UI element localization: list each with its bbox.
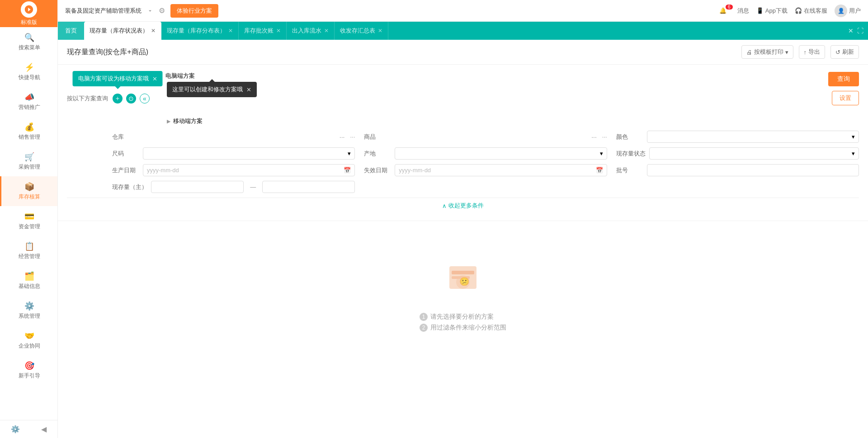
tab-close-icon[interactable]: ✕ (276, 28, 281, 34)
main-container: 装备及固定资产辅助管理系统 ⚙ 体验行业方案 🔔 6 消息 📱 App下载 🎧 … (58, 0, 868, 438)
calendar2-icon: 📅 (596, 167, 603, 174)
tab-close-icon[interactable]: ✕ (378, 28, 382, 34)
tab-close-icon[interactable]: ✕ (324, 28, 329, 34)
sidebar-item-inventory[interactable]: 📦 库存核算 (0, 176, 57, 206)
batch-field-row: 批号 (616, 164, 859, 176)
set-button[interactable]: 设置 (832, 91, 859, 105)
size-label: 尺码 (112, 150, 139, 158)
sidebar-item-basic[interactable]: 🗂️ 基础信息 (0, 266, 57, 296)
tab-inventory-status-label: 现存量（库存状况表） (90, 27, 148, 35)
produce-date-field-row: 生产日期 yyyy-mm-dd 📅 (112, 164, 355, 176)
add-scheme-button[interactable]: ＋ (113, 94, 123, 104)
header-dropdown[interactable] (147, 8, 153, 14)
sidebar-nav: 🔍 搜索菜单 ⚡ 快捷导航 📣 营销推广 💰 销售管理 🛒 采购管理 📦 库存核… (0, 27, 57, 420)
tab-collect[interactable]: 收发存汇总表 ✕ (335, 22, 388, 40)
tab-bar: 首页 现存量（库存状况表） ✕ 现存量（库存分布表） ✕ 库存批次账 ✕ 出入库… (58, 22, 868, 40)
sidebar-item-marketing[interactable]: 📣 营销推广 (0, 87, 57, 117)
sidebar-item-label: 搜索菜单 (19, 44, 40, 52)
sidebar-item-operation[interactable]: 📋 经营管理 (0, 236, 57, 266)
sidebar-item-purchase[interactable]: 🛒 采购管理 (0, 146, 57, 176)
sidebar-item-finance[interactable]: 💳 资金管理 (0, 206, 57, 236)
tooltip-create-scheme: 这里可以创建和修改方案哦 ✕ (167, 82, 257, 97)
header-settings-icon[interactable]: ⚙ (159, 6, 165, 15)
header-left: 装备及固定资产辅助管理系统 ⚙ 体验行业方案 (65, 4, 218, 18)
size-select[interactable]: ▾ (143, 147, 355, 160)
fields-section: 仓库 ··· ··· 商品 ··· ··· 颜色 (112, 131, 859, 193)
sidebar-item-guide[interactable]: 🎯 新手引导 (0, 355, 57, 385)
svg-rect-1 (452, 271, 474, 274)
refresh-label: 刷新 (842, 48, 854, 56)
produce-date-input[interactable]: yyyy-mm-dd 📅 (143, 164, 355, 176)
tab-home[interactable]: 首页 (58, 22, 84, 40)
batch-input[interactable] (647, 164, 859, 176)
color-label: 颜色 (616, 133, 643, 141)
stock-main-field-row: 现存量（主） — (112, 181, 355, 193)
notification-item[interactable]: 🔔 6 消息 (719, 7, 749, 15)
arrow-scheme-button[interactable]: « (140, 94, 150, 104)
expire-date-placeholder: yyyy-mm-dd (399, 167, 431, 174)
warehouse-input[interactable]: ··· (143, 133, 344, 141)
user-label: 用户 (849, 7, 861, 15)
refresh-button[interactable]: ↺ 刷新 (830, 45, 859, 59)
tab-batch[interactable]: 库存批次账 ✕ (239, 22, 287, 40)
collapse-row[interactable]: ∧ 收起更多条件 (67, 198, 859, 213)
finance-icon: 💳 (24, 212, 34, 221)
inventory-icon: 📦 (24, 182, 34, 192)
export-button[interactable]: ↑ 导出 (799, 45, 826, 59)
stock-status-chevron-icon: ▾ (852, 150, 855, 157)
origin-select[interactable]: ▾ (395, 147, 607, 160)
tooltip-above: 电脑方案可设为移动方案哦 ✕ (73, 71, 163, 86)
tab-close-all-icon[interactable]: ✕ (848, 27, 854, 34)
tab-inventory-dist[interactable]: 现存量（库存分布表） ✕ (161, 22, 239, 40)
goods-more-icon[interactable]: ··· (602, 133, 607, 140)
collapse-sidebar-icon[interactable]: ◀ (41, 425, 47, 433)
stock-main-from-input[interactable] (151, 181, 244, 193)
phone-icon: 📱 (756, 7, 764, 14)
copy-scheme-button[interactable]: ⊙ (126, 94, 136, 104)
sidebar-item-quick[interactable]: ⚡ 快捷导航 (0, 57, 57, 87)
mobile-scheme-item[interactable]: ▶ 移动端方案 (167, 117, 257, 125)
sidebar-item-collab[interactable]: 🤝 企业协同 (0, 325, 57, 355)
tab-flow[interactable]: 出入库流水 ✕ (287, 22, 335, 40)
template-print-button[interactable]: 🖨 按模板打印 ▾ (741, 45, 793, 59)
goods-input[interactable]: ··· (395, 133, 596, 141)
color-select[interactable]: ▾ (647, 131, 859, 143)
warehouse-more-icon[interactable]: ··· (350, 133, 355, 140)
tooltip-close-icon[interactable]: ✕ (152, 75, 157, 82)
sidebar-item-search[interactable]: 🔍 搜索菜单 (0, 27, 57, 57)
filter-actions: 查询 设置 (828, 72, 859, 105)
tab-home-label: 首页 (65, 27, 77, 35)
page-title: 现存量查询(按仓库+商品) (67, 47, 148, 57)
industry-plan-button[interactable]: 体验行业方案 (170, 4, 218, 18)
headset-icon: 🎧 (795, 7, 802, 14)
expire-date-input[interactable]: yyyy-mm-dd 📅 (395, 164, 607, 176)
sidebar-item-label: 库存核算 (19, 193, 40, 201)
tab-close-icon[interactable]: ✕ (228, 28, 233, 34)
refresh-icon: ↺ (835, 49, 840, 56)
warehouse-label: 仓库 (112, 133, 139, 141)
tooltip-desktop-scheme: 电脑方案可设为移动方案哦 ✕ (73, 71, 163, 86)
app-download-item[interactable]: 📱 App下载 (756, 7, 788, 15)
stock-main-to-input[interactable] (262, 181, 355, 193)
tree-arrow-mobile-icon: ▶ (167, 118, 170, 124)
stock-status-label: 现存量状态 (616, 150, 646, 158)
stock-status-select[interactable]: ▾ (649, 147, 859, 160)
settings-bottom-icon[interactable]: ⚙️ (11, 425, 20, 433)
sidebar-item-label: 采购管理 (19, 163, 40, 171)
tooltip-create-close[interactable]: ✕ (246, 86, 251, 93)
tab-close-icon[interactable]: ✕ (151, 28, 156, 34)
tab-fullscreen-icon[interactable]: ⛶ (857, 27, 863, 34)
user-item[interactable]: 👤 用户 (835, 5, 861, 17)
desktop-scheme-item[interactable]: ▼ 电脑端方案 (158, 72, 257, 80)
sidebar-item-system[interactable]: ⚙️ 系统管理 (0, 296, 57, 325)
online-support-item[interactable]: 🎧 在线客服 (795, 7, 827, 15)
page-actions: 🖨 按模板打印 ▾ ↑ 导出 ↺ 刷新 (741, 45, 859, 59)
empty-state: 😕 1 请先选择要分析的方案 2 用过滤条件来缩小分析范围 (58, 221, 868, 371)
tab-inventory-status[interactable]: 现存量（库存状况表） ✕ (84, 22, 161, 40)
size-chevron-icon: ▾ (348, 150, 351, 157)
sidebar-item-label: 新手引导 (19, 372, 40, 380)
tip-text-2: 用过滤条件来缩小分析范围 (430, 324, 506, 332)
search-button[interactable]: 查询 (828, 72, 859, 86)
notification-label: 消息 (737, 7, 749, 15)
sidebar-item-sales[interactable]: 💰 销售管理 (0, 117, 57, 146)
